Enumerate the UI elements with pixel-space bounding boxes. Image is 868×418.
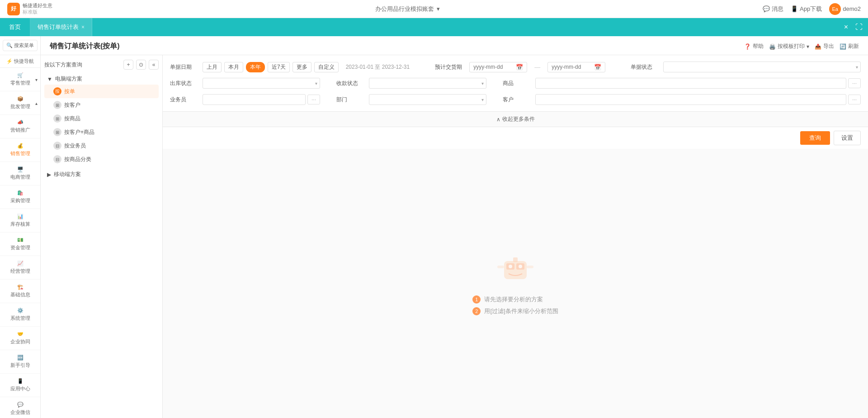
industry-dropdown-icon[interactable]: ▾ [437,5,440,12]
filter-row-date: 单据日期 上月 本月 本年 近7天 更多 自定义 2023-01-01 至 20… [170,62,861,72]
finance-icon: 💵 [17,237,24,243]
print-dropdown-icon[interactable]: ▾ [807,43,809,50]
help-btn[interactable]: ❓ 帮助 [744,43,764,50]
export-btn[interactable]: 📤 导出 [815,43,834,50]
bill-status-select[interactable] [663,62,861,72]
customer-filter-area: ··· [535,94,861,105]
collapse-panel-btn[interactable]: « [149,60,159,70]
settings-scheme-btn[interactable]: ⊙ [136,60,146,70]
sidebar-item-wholesale[interactable]: 📦 批发管理 ▴ [0,91,40,115]
date-btn-thismonth[interactable]: 本月 [224,62,243,72]
ship-status-select-wrap: ▾ [203,78,320,89]
sidebar-item-retail[interactable]: 🛒 零售管理 ▾ [0,68,40,91]
date-btn-thisyear[interactable]: 本年 [246,62,265,72]
dept-select-wrap: ▾ [369,94,486,105]
add-scheme-btn[interactable]: + [123,60,133,70]
sidebar-item-system[interactable]: ⚙️ 系统管理 [0,303,40,327]
sidebar-item-basic[interactable]: 🏗️ 基础信息 [0,280,40,303]
sidebar-item-marketing[interactable]: 📣 营销推广 [0,115,40,138]
date-btn-custom[interactable]: 自定义 [314,62,339,72]
collapse-up-icon: ∧ [496,116,500,123]
scheme-label-按单: 按单 [64,88,75,95]
quick-nav-btn[interactable]: ⚡ 快捷导航 [0,55,40,68]
goods-filter-area: ··· [535,78,861,89]
left-panel-header: 按以下方案查询 + ⊙ « [44,60,159,70]
scheme-item-按客户[interactable]: ⊞ 按客户 [44,98,159,112]
filter-row-person: 业务员 ··· 部门 ▾ 客户 [170,94,861,105]
sidebar-search-area: 🔍 帮助 搜索菜单 [0,36,40,55]
empty-tip-1: 1 请先选择要分析的方案 [472,295,558,304]
collect-status-select[interactable] [369,78,486,89]
collapse-label: 收起更多条件 [502,115,535,123]
collect-status-label: 收款状态 [336,80,362,87]
tip-num-2: 2 [472,307,481,315]
pc-section-toggle[interactable]: ▼ 电脑端方案 [44,73,159,85]
dept-select[interactable] [369,94,486,105]
customer-input[interactable] [535,94,846,105]
logo-area: 好 畅捷通好生意 标准版 [7,3,52,15]
expected-date-start[interactable]: 📅 [469,62,527,72]
sidebar-item-inventory[interactable]: 📊 库存核算 [0,209,40,233]
date-btn-more[interactable]: 更多 [292,62,311,72]
chevron-down-icon: ▾ [35,77,38,82]
mobile-section-toggle[interactable]: ▶ 移动端方案 [44,169,159,180]
mobile-scheme-section: ▶ 移动端方案 [44,169,159,180]
sidebar-item-corpwechat[interactable]: 💬 企业微信 [0,397,40,418]
expected-date-start-input[interactable] [473,64,514,70]
calendar-icon: 📅 [516,64,523,71]
sidebar-item-purchase[interactable]: 🛍️ 采购管理 [0,185,40,209]
sidebar-item-operations[interactable]: 📈 经营管理 [0,256,40,280]
sidebar-item-finance[interactable]: 💵 资金管理 [0,233,40,256]
top-right-actions: 💬 消息 📱 App下载 Ea demo2 [763,3,861,15]
sidebar-item-sales[interactable]: 💰 销售管理 [0,138,40,162]
scheme-item-按客户商品[interactable]: ⊞ 按客户+商品 [44,125,159,139]
search-menu-btn[interactable]: 🔍 帮助 搜索菜单 [3,40,38,51]
scheme-label-按客户商品: 按客户+商品 [64,128,94,136]
app-icon: 📱 [791,5,798,12]
empty-illustration [493,252,538,288]
scheme-label-按客户: 按客户 [64,101,80,109]
print-btn[interactable]: 🖨️ 按模板打印 ▾ [769,43,809,50]
collect-status-select-wrap: ▾ [369,78,486,89]
tab-bar: 首页 销售订单统计表 × × ⛶ [0,18,868,36]
settings-btn[interactable]: 设置 [834,131,861,145]
date-btn-lastmonth[interactable]: 上月 [203,62,222,72]
date-btn-7days[interactable]: 近7天 [268,62,290,72]
tab-home[interactable]: 首页 [0,18,30,36]
sidebar-item-appcenter[interactable]: 📱 应用中心 [0,374,40,397]
customer-ellipsis-btn[interactable]: ··· [848,95,861,104]
scheme-item-按商品[interactable]: ⊞ 按商品 [44,112,159,125]
tab-minimize-btn[interactable]: × [842,21,850,33]
app-download-btn[interactable]: 📱 App下载 [791,5,822,13]
avatar: Ea [829,3,841,15]
chevron-up-icon: ▴ [35,100,38,105]
pc-section-label: 电脑端方案 [55,75,82,83]
query-btn[interactable]: 查询 [800,131,830,145]
ship-status-select[interactable] [203,78,320,89]
page-actions: ❓ 帮助 🖨️ 按模板打印 ▾ 📤 导出 🔄 刷新 [744,43,859,50]
tab-close-btn[interactable]: × [81,24,85,30]
ecommerce-icon: 🖥️ [17,166,24,172]
scheme-item-按商品分类[interactable]: ⊟ 按商品分类 [44,152,159,166]
left-panel-icons: + ⊙ « [123,60,159,70]
goods-input[interactable] [535,78,846,89]
scheme-item-按单[interactable]: 按 按单 [44,85,159,98]
collapse-filter-bar[interactable]: ∧ 收起更多条件 [163,112,868,127]
salesman-filter-area: ··· [203,94,320,105]
salesman-ellipsis-btn[interactable]: ··· [307,95,320,104]
scheme-item-按业务员[interactable]: ⊟ 按业务员 [44,139,159,152]
tab-active[interactable]: 销售订单统计表 × [30,18,92,36]
industry-select-area[interactable]: 办公用品行业模拟账套 ▾ [375,5,440,13]
sidebar-item-enterprise[interactable]: 🤝 企业协同 [0,327,40,350]
sidebar-item-ecommerce[interactable]: 🖥️ 电商管理 [0,162,40,185]
expected-date-end[interactable]: 📅 [547,62,605,72]
goods-ellipsis-btn[interactable]: ··· [848,78,861,88]
message-btn[interactable]: 💬 消息 [763,5,783,13]
refresh-btn[interactable]: 🔄 刷新 [840,43,859,50]
svg-point-4 [519,265,522,268]
expected-date-end-input[interactable] [552,64,592,70]
salesman-input[interactable] [203,94,306,105]
tab-maximize-btn[interactable]: ⛶ [854,21,864,33]
user-profile[interactable]: Ea demo2 [829,3,861,15]
sidebar-item-newuser[interactable]: 🆕 新手引导 [0,350,40,374]
